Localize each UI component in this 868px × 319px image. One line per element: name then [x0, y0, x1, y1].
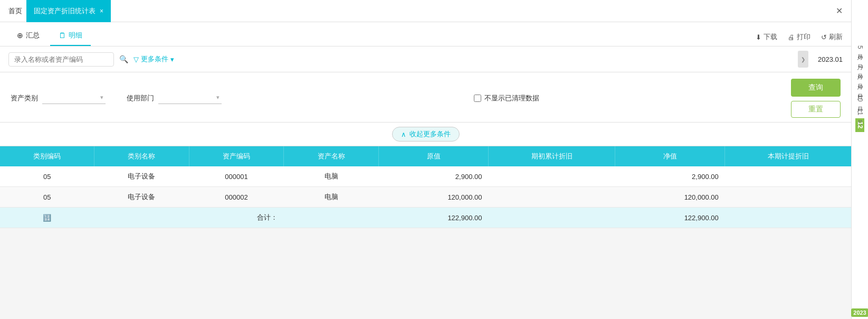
col-header-net-value: 净值: [615, 146, 725, 166]
filter-panel: 资产类别 使用部门 不显示已清理数据: [0, 72, 851, 123]
toolbar-actions: ⬇ 下载 🖨 打印 ↺ 刷新: [756, 32, 843, 46]
col-header-original: 原值: [379, 146, 489, 166]
sidebar-month[interactable]: 6月: [855, 52, 864, 62]
no-cleared-checkbox[interactable]: [474, 95, 481, 102]
sidebar-month[interactable]: 10月: [855, 91, 864, 105]
table-row: 05 电子设备 000002 电脑 120,000.00 120,000.00: [0, 187, 851, 208]
download-btn[interactable]: ⬇ 下载: [756, 32, 777, 42]
collapse-btn[interactable]: ∧ 收起更多条件: [392, 127, 460, 142]
col-header-asset-name: 资产名称: [284, 146, 379, 166]
dept-label: 使用部门: [127, 93, 154, 103]
col-header-asset-code: 资产编码: [189, 146, 284, 166]
cell-current-depr: [725, 187, 851, 208]
window-close-btn[interactable]: ✕: [836, 6, 843, 16]
cell-asset-name: 电脑: [284, 166, 379, 187]
sidebar-month[interactable]: 12月: [855, 118, 864, 132]
asset-type-label: 资产类别: [11, 93, 38, 103]
data-table: 类别编码 类别名称 资产编码 资产名称 原值 期初累计折旧 净值 本期计提折旧 …: [0, 146, 851, 228]
asset-type-field: 资产类别: [11, 92, 106, 104]
refresh-btn[interactable]: ↺ 刷新: [821, 32, 843, 42]
collapse-label: 收起更多条件: [409, 129, 451, 139]
detail-icon: 🗒: [59, 31, 66, 40]
total-accum-depr: [488, 208, 615, 228]
download-icon: ⬇: [756, 33, 761, 41]
col-header-code: 类别编码: [0, 146, 94, 166]
filter-icon: ▽: [133, 55, 139, 63]
cell-net-value: 120,000.00: [615, 187, 725, 208]
asset-type-select[interactable]: [42, 92, 106, 104]
cell-original: 120,000.00: [379, 187, 489, 208]
collapse-bar: ∧ 收起更多条件: [0, 123, 851, 146]
total-net-value: 122,900.00: [615, 208, 725, 228]
download-label: 下载: [764, 32, 777, 42]
more-filter-chevron: ▾: [170, 55, 174, 63]
sidebar-month[interactable]: 9月: [855, 82, 864, 92]
sub-tab-bar: ⊕ 汇总 🗒 明细 ⬇ 下载 🖨 打印 ↺ 刷新: [0, 22, 851, 46]
tab-summary[interactable]: ⊕ 汇总: [8, 26, 48, 46]
filter-row: 资产类别 使用部门 不显示已清理数据: [11, 79, 841, 118]
total-current-depr: [725, 208, 851, 228]
cell-net-value: 2,900.00: [615, 166, 725, 187]
cell-code: 05: [0, 166, 94, 187]
sidebar-toggle-btn[interactable]: ❯: [798, 51, 808, 68]
tab-detail[interactable]: 🗒 明细: [50, 26, 91, 46]
chevron-right-icon: ❯: [801, 57, 805, 62]
print-btn[interactable]: 🖨 打印: [788, 32, 810, 42]
no-cleared-label: 不显示已清理数据: [484, 93, 539, 103]
sidebar-month[interactable]: 11月: [855, 105, 864, 118]
dept-select[interactable]: [158, 92, 222, 104]
cell-original: 2,900.00: [379, 166, 489, 187]
search-input[interactable]: [8, 52, 114, 67]
summary-icon: ⊕: [17, 31, 23, 40]
search-icon[interactable]: 🔍: [119, 55, 128, 63]
cell-accum-depr: [488, 187, 615, 208]
refresh-label: 刷新: [829, 32, 843, 42]
data-table-container: 类别编码 类别名称 资产编码 资产名称 原值 期初累计折旧 净值 本期计提折旧 …: [0, 146, 851, 228]
filter-btn-group: 查询 重置: [791, 79, 841, 118]
table-header-row: 类别编码 类别名称 资产编码 资产名称 原值 期初累计折旧 净值 本期计提折旧: [0, 146, 851, 166]
reset-btn[interactable]: 重置: [791, 101, 841, 118]
more-filter-label: 更多条件: [141, 54, 168, 64]
active-tab[interactable]: 固定资产折旧统计表 ×: [26, 0, 111, 22]
cell-code: 05: [0, 187, 94, 208]
table-row: 05 电子设备 000001 电脑 2,900.00 2,900.00: [0, 166, 851, 187]
cell-category: 电子设备: [94, 187, 189, 208]
total-original: 122,900.00: [379, 208, 489, 228]
search-bar: 🔍 ▽ 更多条件 ▾ ❯ 2023.01: [0, 46, 851, 72]
more-filter-btn[interactable]: ▽ 更多条件 ▾: [133, 54, 174, 64]
cell-asset-name: 电脑: [284, 187, 379, 208]
col-header-current-depr: 本期计提折旧: [725, 146, 851, 166]
home-nav[interactable]: 首页: [8, 6, 22, 16]
refresh-icon: ↺: [821, 33, 827, 41]
total-asset-name: [284, 208, 379, 228]
dept-field: 使用部门: [127, 92, 222, 104]
cell-accum-depr: [488, 166, 615, 187]
col-header-category: 类别名称: [94, 146, 189, 166]
tab-summary-label: 汇总: [26, 31, 40, 40]
table-total-row: 🔢 合计： 122,900.00 122,900.00: [0, 208, 851, 228]
sidebar-month[interactable]: 7月: [855, 62, 864, 72]
sidebar-month[interactable]: 8月: [855, 72, 864, 82]
print-label: 打印: [797, 32, 810, 42]
query-btn[interactable]: 查询: [791, 79, 841, 97]
print-icon: 🖨: [788, 33, 795, 41]
col-header-accum-depr: 期初累计折旧: [488, 146, 615, 166]
tab-close-btn[interactable]: ×: [100, 7, 103, 15]
total-label: 合计：: [94, 208, 284, 228]
collapse-icon: ∧: [401, 130, 406, 138]
cell-current-depr: [725, 166, 851, 187]
dept-select-wrapper[interactable]: [158, 92, 222, 104]
sidebar-month[interactable]: 5月: [855, 42, 864, 52]
right-sidebar: 5月6月7月8月9月10月11月12月 2023: [851, 0, 868, 228]
total-icon-cell: 🔢: [0, 208, 94, 228]
no-cleared-group: 不显示已清理数据: [474, 93, 539, 103]
asset-type-select-wrapper[interactable]: [42, 92, 106, 104]
cell-category: 电子设备: [94, 166, 189, 187]
top-nav: 首页 固定资产折旧统计表 × ✕: [0, 0, 851, 22]
date-label: 2023.01: [818, 55, 843, 63]
cell-asset-code: 000001: [189, 166, 284, 187]
cell-asset-code: 000002: [189, 187, 284, 208]
tab-label: 固定资产折旧统计表: [34, 6, 96, 16]
tab-detail-label: 明细: [69, 31, 82, 40]
